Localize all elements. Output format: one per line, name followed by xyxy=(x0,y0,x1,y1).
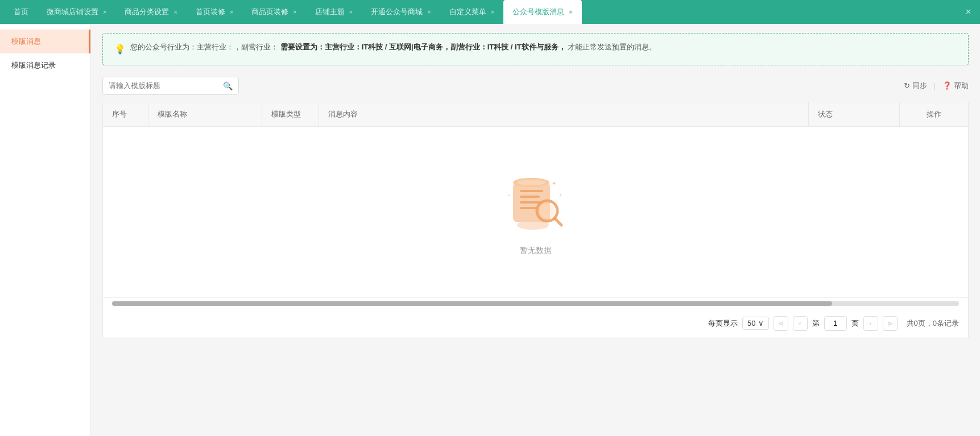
th-content: 消息内容 xyxy=(319,102,809,126)
empty-text: 暂无数据 xyxy=(520,246,552,256)
prev-page-button[interactable]: ‹ xyxy=(793,316,808,331)
svg-line-10 xyxy=(555,218,561,225)
tab-open-wechat-store-close[interactable]: × xyxy=(427,9,431,15)
tab-store-theme[interactable]: 店铺主题 × xyxy=(306,0,362,24)
page-size-label: 每页显示 xyxy=(708,318,738,329)
tab-weishop-label: 微商城店铺设置 xyxy=(47,7,98,17)
notice-icon: 💡 xyxy=(114,42,126,57)
chevron-down-icon: ∨ xyxy=(758,319,764,327)
search-input-wrap[interactable]: 🔍 xyxy=(102,77,239,95)
data-table: 序号 模版名称 模版类型 消息内容 状态 操作 xyxy=(102,102,969,338)
empty-state: ✦ ✦ ✦ 暂无数据 xyxy=(103,127,968,297)
tab-product-decor[interactable]: 商品页装修 × xyxy=(242,0,305,24)
content-area: 💡 您的公众号行业为：主营行业：，副营行业： 需要设置为：主营行业：IT科技 /… xyxy=(91,24,980,436)
svg-point-9 xyxy=(540,204,555,218)
tab-home-label: 首页 xyxy=(14,7,28,17)
scroll-bar-row xyxy=(103,297,968,309)
page-unit: 页 xyxy=(851,318,859,329)
tab-template-message[interactable]: 公众号模版消息 × xyxy=(503,0,581,24)
scrollbar-thumb xyxy=(112,301,832,306)
svg-rect-4 xyxy=(520,201,541,204)
search-icon[interactable]: 🔍 xyxy=(223,81,233,90)
empty-illustration: ✦ ✦ ✦ xyxy=(502,168,570,236)
svg-rect-3 xyxy=(520,196,540,198)
main-layout: 模版消息 模版消息记录 💡 您的公众号行业为：主营行业：，副营行业： 需要设置为… xyxy=(0,24,980,436)
tab-home-decor-close[interactable]: × xyxy=(230,9,233,15)
pagination-row: 每页显示 50 ∨ ⊲ ‹ 第 页 › ⊳ 共0页，0条记录 xyxy=(103,309,968,338)
tab-product-category-close[interactable]: × xyxy=(173,9,177,15)
tab-bar: 首页 微商城店铺设置 × 商品分类设置 × 首页装修 × 商品页装修 × 店铺主… xyxy=(0,0,980,24)
th-seq: 序号 xyxy=(103,102,148,126)
notice-prefix: 您的公众号行业为：主营行业：，副营行业： xyxy=(130,43,278,51)
tab-home[interactable]: 首页 xyxy=(5,0,38,24)
tab-home-decor[interactable]: 首页装修 × xyxy=(187,0,242,24)
search-bar: 🔍 ↻ 同步 | ❓ 帮助 xyxy=(102,77,969,95)
search-actions: ↻ 同步 | ❓ 帮助 xyxy=(904,81,969,91)
tab-open-wechat-store-label: 开通公众号商城 xyxy=(371,7,423,17)
th-name: 模版名称 xyxy=(148,102,262,126)
tab-product-decor-close[interactable]: × xyxy=(293,9,296,15)
fake-scrollbar[interactable] xyxy=(112,301,959,306)
help-button[interactable]: ❓ 帮助 xyxy=(942,81,969,91)
page-label: 第 xyxy=(812,318,820,329)
divider: | xyxy=(934,81,936,90)
sync-button[interactable]: ↻ 同步 xyxy=(904,81,927,91)
tab-weishop-close[interactable]: × xyxy=(103,9,106,15)
table-header: 序号 模版名称 模版类型 消息内容 状态 操作 xyxy=(103,102,968,127)
tab-open-wechat-store[interactable]: 开通公众号商城 × xyxy=(362,0,440,24)
first-page-button[interactable]: ⊲ xyxy=(774,316,788,331)
tab-store-theme-close[interactable]: × xyxy=(349,9,353,15)
svg-point-7 xyxy=(517,180,545,185)
svg-rect-5 xyxy=(520,207,537,209)
tab-product-decor-label: 商品页装修 xyxy=(251,7,288,17)
notice-text: 您的公众号行业为：主营行业：，副营行业： 需要设置为：主营行业：IT科技 / 互… xyxy=(130,41,656,53)
svg-rect-2 xyxy=(520,190,543,192)
help-label: 帮助 xyxy=(954,81,969,91)
help-icon: ❓ xyxy=(942,81,952,90)
th-status: 状态 xyxy=(809,102,900,126)
notice-suffix: 才能正常发送预置的消息。 xyxy=(568,43,656,51)
search-input[interactable] xyxy=(109,81,223,90)
page-size-value: 50 xyxy=(747,319,755,327)
svg-text:✦: ✦ xyxy=(507,193,511,197)
sync-label: 同步 xyxy=(912,81,927,91)
notice-banner: 💡 您的公众号行业为：主营行业：，副营行业： 需要设置为：主营行业：IT科技 /… xyxy=(102,33,969,65)
tab-product-category[interactable]: 商品分类设置 × xyxy=(115,0,186,24)
sidebar: 模版消息 模版消息记录 xyxy=(0,24,91,436)
th-action: 操作 xyxy=(900,102,968,126)
tab-custom-menu-label: 自定义菜单 xyxy=(449,7,486,17)
page-total: 共0页，0条记录 xyxy=(907,318,959,329)
th-type: 模版类型 xyxy=(262,102,319,126)
notice-highlight: 需要设置为：主营行业：IT科技 / 互联网|电子商务，副营行业：IT科技 / I… xyxy=(280,43,566,51)
sidebar-item-template-message-label: 模版消息 xyxy=(11,37,41,45)
sidebar-item-template-message[interactable]: 模版消息 xyxy=(0,30,90,53)
page-number-input[interactable] xyxy=(824,316,847,331)
sync-icon: ↻ xyxy=(904,81,910,90)
sidebar-item-template-message-log[interactable]: 模版消息记录 xyxy=(0,53,90,77)
tab-template-message-close[interactable]: × xyxy=(569,9,572,15)
tab-custom-menu-close[interactable]: × xyxy=(491,9,494,15)
tab-store-theme-label: 店铺主题 xyxy=(315,7,345,17)
next-page-button[interactable]: › xyxy=(863,316,878,331)
tab-home-decor-label: 首页装修 xyxy=(196,7,225,17)
tab-custom-menu[interactable]: 自定义菜单 × xyxy=(440,0,503,24)
tab-template-message-label: 公众号模版消息 xyxy=(512,7,564,17)
svg-text:✦: ✦ xyxy=(559,193,563,198)
last-page-button[interactable]: ⊳ xyxy=(883,316,898,331)
svg-text:✦: ✦ xyxy=(552,180,556,186)
tab-weishop-settings[interactable]: 微商城店铺设置 × xyxy=(38,0,115,24)
tab-product-category-label: 商品分类设置 xyxy=(125,7,169,17)
close-all-button[interactable]: × xyxy=(961,7,975,17)
page-size-select[interactable]: 50 ∨ xyxy=(742,317,768,330)
sidebar-item-template-message-log-label: 模版消息记录 xyxy=(11,61,56,69)
